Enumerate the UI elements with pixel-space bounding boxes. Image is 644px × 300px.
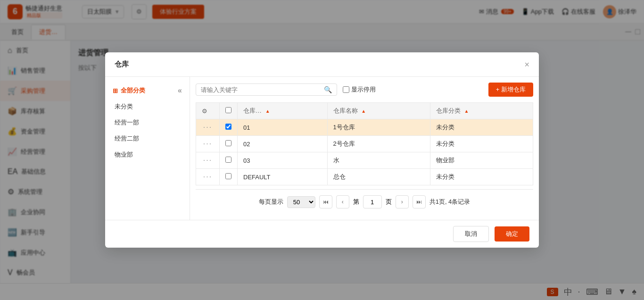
table-body: ··· 01 1号仓库 未分类 ··· 02 2号仓库 未分类 ··· 03 水… — [196, 119, 533, 185]
col-category-header: 仓库分类 ▲ — [430, 103, 533, 119]
search-icon[interactable]: 🔍 — [324, 86, 332, 93]
row-category-cell: 未分类 — [430, 136, 533, 152]
row-actions-cell: ··· — [196, 169, 220, 185]
row-check-cell — [220, 136, 238, 152]
page-word: 第 — [353, 198, 359, 206]
row-category-cell: 未分类 — [430, 169, 533, 185]
row-name-cell: 2号仓库 — [327, 136, 430, 152]
row-checkbox[interactable] — [225, 157, 231, 163]
table-toolbar: 🔍 显示停用 + 新增仓库 — [196, 83, 533, 97]
row-checkbox[interactable] — [225, 140, 231, 146]
col-name-header: 仓库名称 ▲ — [327, 103, 430, 119]
table-header: ⚙ 仓库… ▲ 仓库名称 ▲ — [196, 103, 533, 119]
row-checkbox[interactable] — [225, 124, 231, 130]
col-check-header — [220, 103, 238, 119]
table-row[interactable]: ··· 02 2号仓库 未分类 — [196, 136, 533, 152]
row-actions-cell: ··· — [196, 119, 220, 136]
page-size-select[interactable]: 50 10 20 100 — [287, 196, 315, 208]
table-row[interactable]: ··· 03 水 物业部 — [196, 152, 533, 169]
search-box: 🔍 — [196, 83, 337, 96]
grid-icon: ⊞ — [113, 87, 118, 94]
row-actions-icon[interactable]: ··· — [203, 140, 212, 148]
category-item[interactable]: 物业部 — [105, 147, 190, 163]
category-item[interactable]: 未分类 — [105, 99, 190, 115]
modal-header: 仓库 × — [105, 52, 539, 77]
close-icon[interactable]: × — [524, 60, 529, 69]
first-page-button[interactable]: ⏮ — [319, 195, 332, 208]
row-category-cell: 物业部 — [430, 152, 533, 169]
modal-footer: 取消 确定 — [105, 220, 539, 248]
row-actions-cell: ··· — [196, 152, 220, 169]
all-categories-item[interactable]: ⊞ 全部分类 « — [105, 83, 190, 99]
next-page-button[interactable]: › — [396, 195, 409, 208]
row-check-cell — [220, 119, 238, 136]
pagination: 每页显示 50 10 20 100 ⏮ ‹ 第 页 › ⏭ 共1页, 4条记录 — [196, 189, 533, 214]
sort-code-icon: ▲ — [265, 108, 270, 114]
last-page-button[interactable]: ⏭ — [413, 195, 426, 208]
sort-name-icon: ▲ — [361, 108, 366, 114]
warehouse-table: ⚙ 仓库… ▲ 仓库名称 ▲ — [196, 102, 533, 185]
search-input[interactable] — [201, 86, 324, 93]
warehouse-modal: 仓库 × ⊞ 全部分类 « 未分类经营一部经营二部物业部 — [105, 52, 539, 248]
row-check-cell — [220, 169, 238, 185]
row-actions-icon[interactable]: ··· — [203, 173, 212, 181]
category-item[interactable]: 经营一部 — [105, 115, 190, 131]
sort-category-icon: ▲ — [464, 108, 469, 114]
table-row[interactable]: ··· 01 1号仓库 未分类 — [196, 119, 533, 136]
select-all-checkbox[interactable] — [225, 107, 231, 113]
row-code-cell: DEFAULT — [238, 169, 328, 185]
page-unit: 页 — [386, 198, 392, 206]
modal-title: 仓库 — [115, 60, 129, 69]
row-code-cell: 03 — [238, 152, 328, 169]
show-disabled-label[interactable]: 显示停用 — [343, 85, 376, 94]
row-name-cell: 总仓 — [327, 169, 430, 185]
row-code-cell: 02 — [238, 136, 328, 152]
category-item[interactable]: 经营二部 — [105, 131, 190, 147]
col-gear-header: ⚙ — [196, 103, 220, 119]
category-panel: ⊞ 全部分类 « 未分类经营一部经营二部物业部 — [105, 77, 190, 220]
table-row[interactable]: ··· DEFAULT 总仓 未分类 — [196, 169, 533, 185]
confirm-button[interactable]: 确定 — [495, 226, 529, 242]
col-code-header: 仓库… ▲ — [238, 103, 328, 119]
row-actions-icon[interactable]: ··· — [203, 123, 212, 131]
collapse-icon[interactable]: « — [178, 86, 182, 95]
prev-page-button[interactable]: ‹ — [336, 195, 349, 208]
table-panel: 🔍 显示停用 + 新增仓库 ⚙ — [190, 77, 539, 220]
row-code-cell: 01 — [238, 119, 328, 136]
row-category-cell: 未分类 — [430, 119, 533, 136]
page-number-input[interactable] — [363, 195, 382, 208]
modal-overlay: 仓库 × ⊞ 全部分类 « 未分类经营一部经营二部物业部 — [0, 0, 644, 300]
row-name-cell: 水 — [327, 152, 430, 169]
table-container: ⚙ 仓库… ▲ 仓库名称 ▲ — [196, 102, 533, 185]
modal-body: ⊞ 全部分类 « 未分类经营一部经营二部物业部 🔍 — [105, 77, 539, 220]
add-warehouse-button[interactable]: + 新增仓库 — [488, 83, 533, 97]
total-info: 共1页, 4条记录 — [429, 198, 471, 206]
row-checkbox[interactable] — [225, 173, 231, 179]
row-name-cell: 1号仓库 — [327, 119, 430, 136]
row-actions-icon[interactable]: ··· — [203, 156, 212, 164]
row-actions-cell: ··· — [196, 136, 220, 152]
cancel-button[interactable]: 取消 — [453, 226, 489, 242]
page-size-label: 每页显示 — [259, 198, 283, 206]
row-check-cell — [220, 152, 238, 169]
show-disabled-checkbox[interactable] — [343, 86, 349, 93]
